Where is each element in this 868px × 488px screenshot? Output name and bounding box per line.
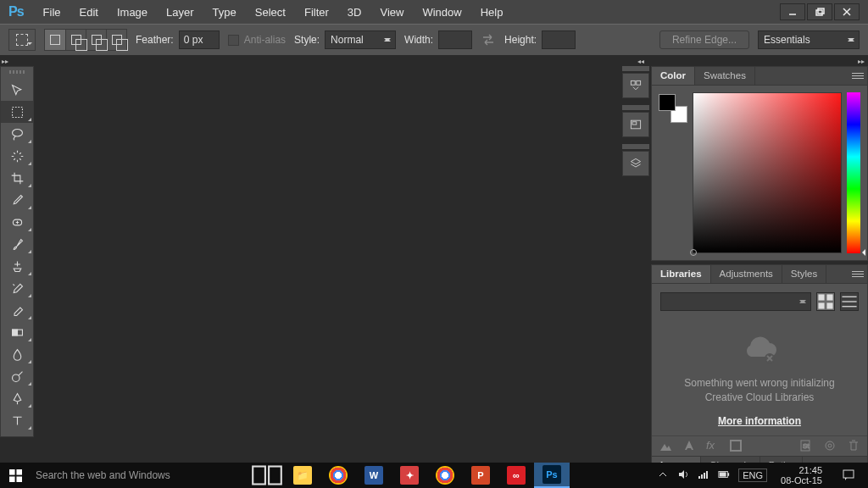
toolbox: [0, 66, 34, 437]
magic-wand-tool[interactable]: [1, 145, 33, 167]
menu-file[interactable]: File: [34, 1, 70, 24]
foreground-color[interactable]: [659, 94, 676, 111]
menu-window[interactable]: Window: [413, 1, 470, 24]
dock-grip-2[interactable]: [622, 105, 649, 110]
selection-subtract-button[interactable]: [86, 30, 106, 50]
add-layer-style-icon[interactable]: fx: [706, 439, 720, 452]
add-fg-color-icon[interactable]: [730, 440, 742, 452]
delete-icon[interactable]: [847, 439, 860, 452]
brush-tool[interactable]: [1, 233, 33, 255]
window-restore-button[interactable]: [807, 3, 832, 20]
taskbar-chrome-1[interactable]: [320, 463, 356, 488]
tray-language[interactable]: ENG: [738, 469, 767, 482]
toolbox-grip[interactable]: [1, 70, 33, 75]
clone-stamp-tool[interactable]: [1, 255, 33, 277]
lasso-tool[interactable]: [1, 123, 33, 145]
svg-rect-2: [818, 8, 824, 14]
window-close-button[interactable]: [834, 3, 860, 20]
taskbar-file-explorer[interactable]: 📁: [285, 463, 320, 488]
library-select[interactable]: [660, 292, 811, 311]
antialias-checkbox[interactable]: [228, 35, 239, 46]
add-char-style-icon[interactable]: [682, 439, 696, 452]
marquee-tool[interactable]: [1, 101, 33, 123]
tray-volume-icon[interactable]: [677, 469, 689, 483]
dodge-tool[interactable]: [1, 365, 33, 387]
history-brush-tool[interactable]: [1, 277, 33, 299]
taskbar-powerpoint[interactable]: P: [463, 463, 498, 488]
taskbar-word[interactable]: W: [356, 463, 392, 488]
eraser-tool[interactable]: [1, 299, 33, 321]
feather-input[interactable]: [179, 30, 220, 49]
menu-image[interactable]: Image: [108, 1, 157, 24]
type-tool[interactable]: [1, 409, 33, 431]
libraries-panel-menu-icon[interactable]: [852, 269, 864, 278]
left-expand-icon[interactable]: ▸▸: [2, 58, 8, 65]
library-sync-icon[interactable]: [823, 439, 837, 452]
action-center-button[interactable]: [836, 463, 861, 488]
eyedropper-tool[interactable]: [1, 189, 33, 211]
width-input[interactable]: [438, 30, 472, 49]
svg-rect-38: [728, 473, 730, 476]
svg-rect-32: [269, 467, 281, 485]
svg-rect-29: [9, 476, 15, 482]
height-input[interactable]: [542, 30, 576, 49]
right-expand-icon[interactable]: ▸▸: [858, 58, 865, 65]
menu-3d[interactable]: 3D: [338, 1, 371, 24]
tab-swatches[interactable]: Swatches: [695, 67, 755, 85]
properties-panel-icon[interactable]: [622, 112, 649, 137]
menu-type[interactable]: Type: [203, 1, 246, 24]
add-graphic-icon[interactable]: [659, 439, 672, 452]
gradient-tool[interactable]: [1, 321, 33, 343]
menu-layer[interactable]: Layer: [157, 1, 203, 24]
crop-tool[interactable]: [1, 167, 33, 189]
menu-select[interactable]: Select: [246, 1, 295, 24]
refine-edge-button[interactable]: Refine Edge...: [659, 30, 749, 49]
fg-bg-swatch[interactable]: [659, 94, 687, 123]
menu-view[interactable]: View: [370, 1, 413, 24]
library-from-doc-icon[interactable]: St: [799, 439, 813, 452]
dock-expand-icon[interactable]: ◂◂: [637, 58, 644, 65]
color-panel-menu-icon[interactable]: [852, 71, 864, 80]
library-grid-view-button[interactable]: [816, 292, 835, 311]
dock-grip[interactable]: [622, 66, 649, 71]
healing-brush-tool[interactable]: [1, 211, 33, 233]
taskbar-chrome-2[interactable]: [427, 463, 463, 488]
style-select[interactable]: Normal: [325, 30, 396, 49]
menu-edit[interactable]: Edit: [70, 1, 108, 24]
pen-tool[interactable]: [1, 387, 33, 409]
tray-chevron-up-icon[interactable]: [657, 469, 669, 483]
taskbar-photoshop[interactable]: Ps: [534, 463, 570, 488]
taskbar-app-red[interactable]: ✦: [392, 463, 427, 488]
tray-network-icon[interactable]: [698, 469, 709, 483]
tab-styles[interactable]: Styles: [782, 265, 826, 283]
taskbar-search[interactable]: Search the web and Windows: [31, 463, 242, 488]
dock-grip-3[interactable]: [622, 144, 649, 149]
selection-add-button[interactable]: [65, 30, 86, 50]
tray-clock[interactable]: 21:45 08-Oct-15: [776, 465, 827, 485]
tab-adjustments[interactable]: Adjustments: [711, 265, 782, 283]
svg-rect-11: [631, 80, 635, 85]
tool-preset-picker[interactable]: [8, 29, 36, 51]
move-tool[interactable]: [1, 79, 33, 101]
hue-slider[interactable]: [847, 92, 860, 253]
swap-wh-icon[interactable]: [481, 32, 496, 47]
tab-libraries[interactable]: Libraries: [652, 265, 711, 283]
menu-help[interactable]: Help: [471, 1, 513, 24]
selection-new-button[interactable]: [45, 30, 65, 50]
layers-panel-icon[interactable]: [622, 151, 649, 176]
libraries-more-info-link[interactable]: More information: [718, 415, 801, 427]
tab-color[interactable]: Color: [652, 67, 695, 85]
blur-tool[interactable]: [1, 343, 33, 365]
selection-intersect-button[interactable]: [106, 30, 126, 50]
window-minimize-button[interactable]: [780, 3, 805, 20]
task-view-button[interactable]: [249, 463, 285, 488]
library-list-view-button[interactable]: [840, 292, 859, 311]
color-picker-field[interactable]: [693, 92, 842, 253]
tray-battery-icon[interactable]: [718, 469, 730, 483]
menu-filter[interactable]: Filter: [295, 1, 338, 24]
workspace-select[interactable]: Essentials: [758, 30, 860, 49]
start-button[interactable]: [0, 463, 31, 488]
history-panel-icon[interactable]: [622, 73, 649, 98]
taskbar-creative-cloud[interactable]: ∞: [498, 463, 534, 488]
svg-rect-36: [706, 471, 708, 479]
